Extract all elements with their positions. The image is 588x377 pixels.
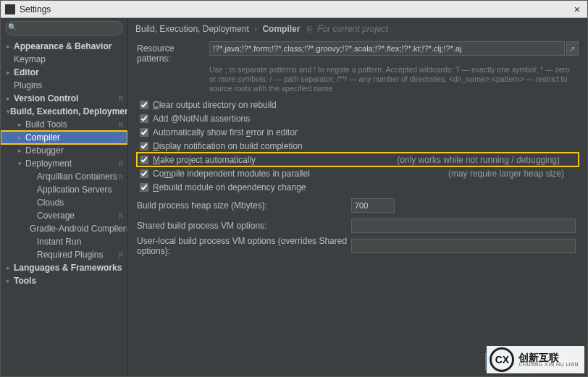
resource-label: Resource patterns: [137,41,209,64]
sidebar-item-label: Plugins [14,80,42,90]
gear-icon: ⎘ [119,173,123,181]
settings-window: Settings × 🔍 ▸Appearance & BehaviorKeyma… [0,0,588,377]
gear-icon: ⎘ [119,95,123,103]
sidebar-item-label: Required Plugins [37,250,103,260]
arrow-icon: ▸ [7,69,14,76]
watermark-logo: CX [490,347,514,372]
check-clear-output-directory-on-rebuild: Clear output directory on rebuild [137,98,579,111]
arrow-icon: ▸ [18,147,25,154]
checkbox[interactable] [140,169,148,178]
body: 🔍 ▸Appearance & BehaviorKeymap▸EditorPlu… [1,18,587,376]
project-icon: ⎘ [307,25,312,33]
sidebar-item-label: Coverage [37,211,75,221]
gear-icon: ⎘ [119,251,123,259]
sidebar-item-instant-run[interactable]: Instant Run [1,235,127,248]
gear-icon: ⎘ [119,134,123,142]
sidebar-item-label: Debugger [25,145,64,156]
check-label: Compile independent modules in parallel [153,169,310,179]
search-icon: 🔍 [8,23,17,31]
arrow-icon: ▸ [7,264,14,271]
watermark-text-en: CHUANG XIN HU LIAN [518,362,579,367]
check-label: Rebuild module on dependency change [153,182,306,192]
check-display-notification-on-build-completion: Display notification on build completion [137,139,579,153]
sidebar-item-label: Application Servers [37,185,112,195]
sidebar-item-build-tools[interactable]: ▸Build Tools⎘ [1,118,127,131]
breadcrumb-a: Build, Execution, Deployment [135,24,249,34]
breadcrumb-sep: › [254,24,257,34]
arrow-icon: ▸ [7,43,14,50]
sidebar-item-plugins[interactable]: Plugins [1,79,127,92]
check-note: (may require larger heap size) [448,169,579,179]
shared-row: Shared build process VM options: [137,217,579,234]
user-row: User-local build process VM options (ove… [137,237,579,255]
sidebar-item-label: Deployment [25,158,72,169]
sidebar-item-deployment[interactable]: ▾Deployment⎘ [1,157,127,170]
resource-patterns-input[interactable] [209,41,565,56]
heap-row: Build process heap size (Mbytes): [137,197,579,214]
arrow-icon: ▸ [7,277,14,284]
resource-row: Resource patterns: ↗ [137,41,579,64]
checkbox[interactable] [140,101,148,109]
sidebar-item-label: Arquillian Containers [37,171,117,182]
sidebar-item-tools[interactable]: ▸Tools [1,274,127,287]
sidebar-item-application-servers[interactable]: Application Servers [1,183,127,196]
main-panel: Build, Execution, Deployment › Compiler … [128,18,587,376]
settings-tree[interactable]: ▸Appearance & BehaviorKeymap▸EditorPlugi… [1,38,127,376]
sidebar-item-coverage[interactable]: Coverage⎘ [1,209,127,222]
search-input[interactable] [5,21,123,35]
sidebar-item-label: Keymap [14,54,46,64]
sidebar-item-clouds[interactable]: Clouds [1,196,127,209]
check-label: Clear output directory on rebuild [153,100,277,110]
check-note: (only works while not running / debuggin… [397,155,574,165]
sidebar-item-build-execution-deployment[interactable]: ▾Build, Execution, Deployment [1,105,127,118]
sidebar-item-label: Instant Run [37,237,81,247]
check-rebuild-module-on-dependency-change: Rebuild module on dependency change [137,180,579,194]
sidebar-item-appearance-behavior[interactable]: ▸Appearance & Behavior [1,40,127,53]
breadcrumb: Build, Execution, Deployment › Compiler … [128,18,587,38]
sidebar-item-label: Editor [14,67,39,77]
arrow-icon: ▸ [18,121,25,128]
app-icon [5,4,15,14]
sidebar-item-label: Compiler [25,132,60,143]
sidebar-item-debugger[interactable]: ▸Debugger [1,144,127,157]
checkbox-group: Clear output directory on rebuildAdd @No… [137,98,579,194]
check-label: Add @NotNull assertions [153,114,250,124]
checkbox[interactable] [140,114,148,123]
sidebar-item-label: Gradle-Android Compiler [30,224,126,234]
sidebar-item-editor[interactable]: ▸Editor [1,66,127,79]
check-add-notnull-assertions: Add @NotNull assertions [137,111,579,125]
breadcrumb-suffix: For current project [317,24,388,34]
sidebar-item-keymap[interactable]: Keymap [1,53,127,66]
sidebar-item-label: Build, Execution, Deployment [10,106,127,117]
arrow-icon: ▸ [18,134,25,141]
sidebar-item-required-plugins[interactable]: Required Plugins⎘ [1,248,127,261]
heap-input[interactable] [351,198,395,213]
sidebar-item-arquillian-containers[interactable]: Arquillian Containers⎘ [1,170,127,183]
heap-label: Build process heap size (Mbytes): [137,200,351,211]
checkbox[interactable] [140,183,148,192]
user-input[interactable] [351,239,576,253]
arrow-icon: ▾ [18,160,25,167]
sidebar: 🔍 ▸Appearance & BehaviorKeymap▸EditorPlu… [1,18,128,376]
watermark-text-cn: 创新互联 [518,353,579,362]
arrow-icon: ▸ [7,95,14,102]
checkbox[interactable] [140,156,148,164]
window-title: Settings [20,4,571,14]
watermark: CX 创新互联 CHUANG XIN HU LIAN [487,346,584,373]
sidebar-item-compiler[interactable]: ▸Compiler⎘ [1,131,127,144]
sidebar-item-languages-frameworks[interactable]: ▸Languages & Frameworks [1,261,127,274]
checkbox[interactable] [140,128,148,137]
checkbox[interactable] [140,142,148,151]
sidebar-item-label: Tools [14,276,36,286]
check-make-project-automatically: Make project automatically(only works wh… [137,153,579,166]
check-label: Display notification on build completion [153,141,303,151]
sidebar-item-gradle-android-compiler[interactable]: Gradle-Android Compiler⎘ [1,222,127,235]
expand-icon[interactable]: ↗ [566,41,579,56]
close-icon[interactable]: × [571,4,583,15]
sidebar-item-label: Clouds [37,198,64,208]
shared-input[interactable] [351,219,576,233]
check-label: Automatically show first error in editor [153,127,298,137]
shared-label: Shared build process VM options: [137,221,351,231]
sidebar-item-label: Version Control [14,93,78,103]
sidebar-item-version-control[interactable]: ▸Version Control⎘ [1,92,127,105]
